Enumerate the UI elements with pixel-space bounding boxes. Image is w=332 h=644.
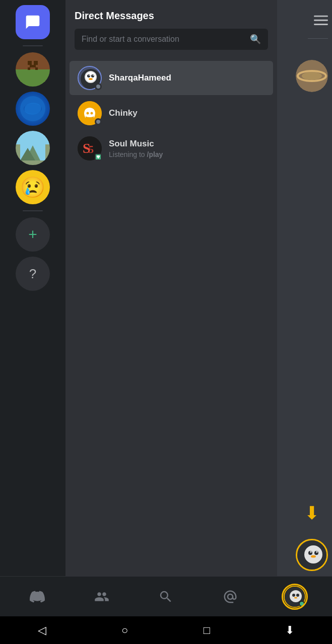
dm-panel-title: Direct Messages <box>75 10 268 22</box>
nav-item-friends[interactable] <box>82 582 122 612</box>
system-nav: ◁ ○ □ ⬇ <box>0 616 332 644</box>
svg-point-19 <box>93 75 94 76</box>
soul-name: Soul Music <box>109 139 163 149</box>
right-avatar-profile[interactable] <box>296 539 328 571</box>
plus-icon: + <box>28 226 37 243</box>
sharqa-info: SharqaHameed <box>109 73 171 83</box>
arrow-avatar-section: ⬇ <box>296 503 328 571</box>
question-icon: ? <box>29 266 36 282</box>
soul-status: Listening to /play <box>109 150 163 158</box>
server-divider-2 <box>23 210 43 211</box>
mc-avatar-icon <box>20 57 45 82</box>
chinky-info: Chinky <box>109 108 138 118</box>
sidebar-item-blue[interactable] <box>16 92 50 126</box>
nav-item-search[interactable] <box>146 582 186 612</box>
emoji-icon: 😢 <box>20 176 45 199</box>
server-sidebar: 😢 + ? <box>0 0 65 576</box>
profile-avatar-icon <box>297 540 328 571</box>
dm-item-soul[interactable]: S 5 <box>70 131 273 166</box>
svg-point-41 <box>311 555 316 558</box>
help-button[interactable]: ? <box>16 257 50 291</box>
profile-avatar-highlight <box>296 524 328 571</box>
svg-point-33 <box>302 72 322 80</box>
mountain-avatar-icon <box>20 135 45 160</box>
soul-info: Soul Music Listening to /play <box>109 139 163 158</box>
sidebar-item-emoji[interactable]: 😢 <box>16 170 50 204</box>
svg-point-16 <box>87 74 90 77</box>
search-placeholder: Find or start a conversation <box>82 35 246 44</box>
right-panel: ⬇ <box>277 0 332 576</box>
svg-point-20 <box>89 78 93 80</box>
nav-item-discord[interactable] <box>17 582 57 612</box>
chinky-name: Chinky <box>109 108 138 118</box>
sidebar-item-mountain[interactable] <box>16 131 50 165</box>
sidebar-item-mc[interactable] <box>16 52 50 87</box>
down-arrow-indicator: ⬇ <box>304 503 319 524</box>
sharqa-status-dot <box>95 83 102 90</box>
download-button[interactable]: ⬇ <box>285 624 294 637</box>
right-avatar-ring[interactable] <box>296 60 328 92</box>
dm-list: SharqaHameed <box>65 56 277 576</box>
nav-item-profile[interactable] <box>275 582 315 612</box>
add-server-button[interactable]: + <box>16 217 50 252</box>
soul-status-dot <box>95 153 102 160</box>
svg-rect-29 <box>314 16 328 17</box>
sidebar-item-dm[interactable] <box>16 5 50 39</box>
svg-point-17 <box>91 74 94 77</box>
dm-header: Direct Messages Find or start a conversa… <box>65 0 277 56</box>
svg-point-39 <box>310 551 312 553</box>
dm-avatar-soul: S 5 <box>78 136 102 160</box>
dm-item-sharqa[interactable]: SharqaHameed <box>70 61 273 95</box>
main-area: 😢 + ? Direct Messages Find or start a co… <box>0 0 332 576</box>
svg-rect-1 <box>20 69 45 82</box>
svg-rect-6 <box>35 67 38 70</box>
svg-rect-30 <box>314 20 328 21</box>
right-divider <box>308 38 328 39</box>
hamburger-icon <box>314 13 328 27</box>
ring-avatar-icon <box>296 60 328 92</box>
nav-item-mentions[interactable] <box>210 582 250 612</box>
menu-button[interactable] <box>314 13 328 30</box>
search-icon: 🔍 <box>250 34 261 45</box>
friends-nav-icon <box>94 589 109 604</box>
bottom-nav <box>0 576 332 616</box>
svg-rect-5 <box>28 67 30 70</box>
svg-point-22 <box>87 112 89 115</box>
server-divider-1 <box>23 45 43 46</box>
svg-rect-4 <box>30 65 36 67</box>
svg-rect-28 <box>98 157 99 158</box>
svg-point-36 <box>304 545 322 564</box>
home-button[interactable]: ○ <box>121 624 128 637</box>
recents-button[interactable]: □ <box>204 624 210 637</box>
dm-avatar-sharqa <box>78 66 102 90</box>
svg-point-46 <box>294 597 297 598</box>
blue-avatar-icon <box>20 96 45 121</box>
profile-status-dot <box>299 601 305 607</box>
app-container: 😢 + ? Direct Messages Find or start a co… <box>0 0 332 644</box>
svg-point-43 <box>290 590 302 602</box>
svg-rect-27 <box>97 155 100 157</box>
back-button[interactable]: ◁ <box>38 624 46 637</box>
chinky-status-dot <box>95 118 102 125</box>
mention-nav-icon <box>223 589 238 604</box>
chat-bubble-icon <box>25 14 41 30</box>
svg-point-15 <box>86 72 96 82</box>
sharqa-name: SharqaHameed <box>109 73 171 83</box>
dm-item-chinky[interactable]: Chinky <box>70 96 273 130</box>
dm-panel: Direct Messages Find or start a conversa… <box>65 0 277 576</box>
discord-nav-icon <box>30 589 45 604</box>
svg-rect-3 <box>34 61 38 65</box>
svg-text:5: 5 <box>89 144 94 155</box>
search-nav-icon <box>158 589 173 604</box>
svg-rect-31 <box>314 24 328 25</box>
svg-point-18 <box>89 75 90 76</box>
svg-point-23 <box>91 112 93 115</box>
dm-avatar-chinky <box>78 101 102 125</box>
svg-point-40 <box>316 551 318 553</box>
svg-point-44 <box>292 594 295 597</box>
svg-point-45 <box>296 594 299 597</box>
svg-rect-2 <box>28 61 32 65</box>
search-bar[interactable]: Find or start a conversation 🔍 <box>75 29 268 50</box>
